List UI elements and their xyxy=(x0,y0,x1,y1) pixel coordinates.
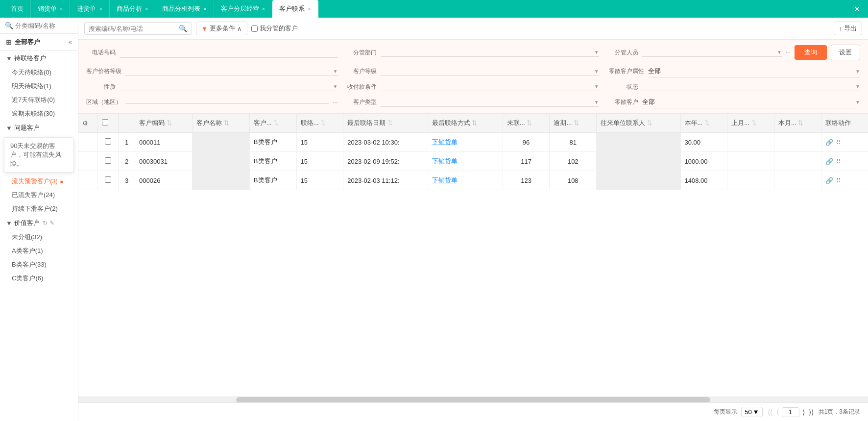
th-company-contact[interactable]: 往来单位联系人 ⇅ xyxy=(597,114,680,133)
select-all-checkbox[interactable] xyxy=(102,119,108,125)
filter-customer-level-select[interactable]: ▼ xyxy=(381,67,599,76)
row-select-checkbox[interactable] xyxy=(105,138,111,145)
tab-sales-close[interactable]: × xyxy=(60,6,63,12)
sidebar-item-c-class[interactable]: C类客户(6) xyxy=(0,272,78,285)
action-more-icon[interactable]: ⠿ xyxy=(836,177,841,184)
export-btn[interactable]: ↑ 导出 xyxy=(834,22,863,35)
nav-prev-btn[interactable]: ⟨ xyxy=(775,408,780,416)
filter-scatter-attr-select[interactable]: 全部 ▼ xyxy=(648,65,860,77)
filter-customer-level-label: 客户等级 xyxy=(347,67,377,75)
sidebar-item-a-class[interactable]: A类客户(1) xyxy=(0,244,78,258)
tab-customer-contact-close[interactable]: × xyxy=(308,6,311,12)
refresh-icon[interactable]: ↻ xyxy=(43,220,48,226)
th-last-contact-date[interactable]: 最后联络日期 ⇅ xyxy=(343,114,428,133)
filter-price-level-select[interactable]: ▼ xyxy=(125,67,338,76)
filter-customer-type-select[interactable]: ▼ xyxy=(381,98,599,107)
sidebar-search-container: 🔍 xyxy=(0,18,78,34)
tab-purchase-close[interactable]: × xyxy=(99,6,102,12)
sidebar-section-value[interactable]: ▼ 价值客户 ↻ ✎ xyxy=(0,216,78,230)
sidebar-section-problem[interactable]: ▼ 问题客户 xyxy=(0,121,78,135)
filter-phone-input[interactable] xyxy=(120,47,338,58)
tab-bar-close-btn[interactable]: ✕ xyxy=(850,4,864,14)
sidebar-item-churned[interactable]: 已流失客户(24) xyxy=(0,188,78,202)
per-page-select[interactable]: 50 ▼ xyxy=(741,407,762,417)
row-select-checkbox[interactable] xyxy=(105,176,111,183)
sidebar-item-tomorrow[interactable]: 明天待联络(1) xyxy=(0,79,78,93)
filter-price-level-arrow: ▼ xyxy=(333,69,338,74)
tab-analysis-list[interactable]: 商品分析列表 × xyxy=(155,0,214,18)
th-code[interactable]: 客户编码 ⇅ xyxy=(135,114,193,133)
th-type[interactable]: 客户... ⇅ xyxy=(249,114,296,133)
tab-analysis-list-close[interactable]: × xyxy=(203,6,206,12)
filter-nature-select[interactable]: ▼ xyxy=(120,82,338,91)
sidebar-search-input[interactable] xyxy=(15,22,73,29)
filter-search-input[interactable] xyxy=(89,25,177,32)
row-name xyxy=(192,133,249,152)
customer-table: ⚙ 客户编码 ⇅ 客户名称 ⇅ 客户... ⇅ xyxy=(78,114,868,190)
th-uncontacted[interactable]: 未联... ⇅ xyxy=(503,114,550,133)
arrow-icon-pending: ▼ xyxy=(6,55,12,62)
sidebar-item-b-class-label: B类客户(33) xyxy=(12,260,47,269)
action-more-icon[interactable]: ⠿ xyxy=(836,139,841,146)
nav-last-btn[interactable]: ⟩⟩ xyxy=(808,408,815,416)
row-method-link[interactable]: 下销货单 xyxy=(432,157,458,165)
row-company-contact xyxy=(597,171,680,190)
filter-scatter-customer-select[interactable]: 全部 ▼ xyxy=(642,96,860,108)
row-method-link[interactable]: 下销货单 xyxy=(432,138,458,146)
th-last-month[interactable]: 上月... ⇅ xyxy=(727,114,774,133)
action-more-icon[interactable]: ⠿ xyxy=(836,158,841,165)
row-index: 2 xyxy=(119,152,135,171)
sidebar-item-declining-label: 持续下滑客户(2) xyxy=(12,204,58,213)
query-btn[interactable]: 查询 xyxy=(795,45,827,60)
sidebar-item-7days[interactable]: 近7天待联络(0) xyxy=(0,93,78,107)
nav-next-btn[interactable]: ⟩ xyxy=(801,408,806,416)
sidebar-item-today[interactable]: 今天待联络(0) xyxy=(0,66,78,79)
edit-icon[interactable]: ✎ xyxy=(49,220,54,226)
filter-search-icon[interactable]: 🔍 xyxy=(179,25,187,32)
more-conditions-btn[interactable]: ▼ 更多条件 ∧ xyxy=(196,22,247,35)
filter-manager-more[interactable]: ··· xyxy=(786,49,791,56)
sidebar-all-customers[interactable]: ⊞ 全部客户 « xyxy=(0,34,78,51)
sidebar: 🔍 ⊞ 全部客户 « ▼ 待联络客户 今天待联络(0) 明天待联络(1) 近7天… xyxy=(0,18,78,421)
table-scrollbar[interactable] xyxy=(78,396,868,402)
row-select-checkbox[interactable] xyxy=(105,157,111,164)
sidebar-item-churn-warning[interactable]: 流失预警客户(3) ● xyxy=(0,174,78,188)
tab-purchase[interactable]: 进货单 × xyxy=(70,0,109,18)
action-link-icon[interactable]: 🔗 xyxy=(825,177,833,184)
sidebar-item-ungrouped[interactable]: 未分组(32) xyxy=(0,230,78,244)
setting-btn[interactable]: 设置 xyxy=(831,45,860,60)
action-link-icon[interactable]: 🔗 xyxy=(825,158,833,165)
tab-customer-contact[interactable]: 客户联系 × xyxy=(272,0,318,18)
filter-payment-arrow: ▼ xyxy=(594,84,599,89)
tab-sales[interactable]: 销货单 × xyxy=(31,0,70,18)
my-customer-checkbox[interactable] xyxy=(251,25,258,32)
sidebar-item-b-class[interactable]: B类客户(33) xyxy=(0,258,78,272)
my-customer-checkbox-container[interactable]: 我分管的客户 xyxy=(251,24,298,33)
th-overdue[interactable]: 逾期... ⇅ xyxy=(550,114,597,133)
nav-first-btn[interactable]: ⟨⟨ xyxy=(767,408,773,416)
filter-status-select[interactable]: ▼ xyxy=(642,82,860,91)
th-setting[interactable]: ⚙ xyxy=(78,114,98,133)
tab-analysis[interactable]: 商品分析 × xyxy=(110,0,155,18)
tab-customer-segment[interactable]: 客户分层经营 × xyxy=(214,0,272,18)
filter-manager-select[interactable]: ▼ xyxy=(642,48,782,57)
sidebar-section-pending[interactable]: ▼ 待联络客户 xyxy=(0,51,78,66)
page-input[interactable] xyxy=(782,407,799,417)
filter-dept-select[interactable]: ▼ xyxy=(381,48,599,57)
tab-home[interactable]: 首页 xyxy=(4,0,31,18)
sidebar-item-declining[interactable]: 持续下滑客户(2) xyxy=(0,202,78,216)
filter-payment-select[interactable]: ▼ xyxy=(381,82,599,91)
filter-region-select[interactable] xyxy=(125,100,329,104)
row-method-link[interactable]: 下销货单 xyxy=(432,176,458,184)
sidebar-item-overdue[interactable]: 逾期未联络(30) xyxy=(0,107,78,121)
th-this-year[interactable]: 本年... ⇅ xyxy=(680,114,727,133)
th-this-month[interactable]: 本月... ⇅ xyxy=(774,114,821,133)
th-last-contact-method[interactable]: 最后联络方式 ⇅ xyxy=(428,114,503,133)
action-link-icon[interactable]: 🔗 xyxy=(825,139,833,146)
row-last-contact-method: 下销货单 xyxy=(428,171,503,190)
tab-customer-segment-close[interactable]: × xyxy=(262,6,265,12)
th-contact[interactable]: 联络... ⇅ xyxy=(296,114,343,133)
filter-region-more[interactable]: ··· xyxy=(333,99,338,106)
th-name[interactable]: 客户名称 ⇅ xyxy=(192,114,249,133)
tab-analysis-close[interactable]: × xyxy=(145,6,148,12)
